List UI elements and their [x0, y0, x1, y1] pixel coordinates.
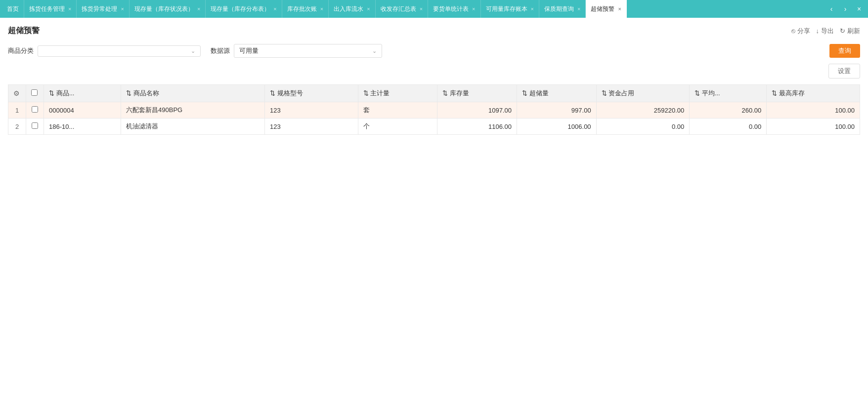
td-avg: 0.00	[690, 118, 767, 135]
th-name: ⇅ 商品名称	[121, 85, 265, 102]
query-button[interactable]: 查询	[829, 44, 860, 58]
th-unit: ⇅ 主计量	[358, 85, 437, 102]
close-icon[interactable]: ×	[197, 6, 200, 12]
td-stock: 1097.00	[437, 102, 517, 118]
nav-tab-home[interactable]: 首页	[2, 0, 24, 18]
close-icon[interactable]: ×	[121, 6, 124, 12]
chevron-down-icon: ⌄	[191, 48, 195, 54]
th-avg: ⇅ 平均...	[690, 85, 767, 102]
td-capital: 0.00	[596, 118, 690, 135]
td-overstock: 1006.00	[517, 118, 596, 135]
nav-arrow-close[interactable]: ×	[852, 0, 866, 18]
nav-tab-inventory-dist[interactable]: 现存量（库存分布表） ×	[206, 0, 282, 18]
datasource-select[interactable]: 可用量 ⌄	[234, 44, 382, 58]
td-code: 186-10...	[44, 118, 121, 135]
refresh-button[interactable]: ↻ 刷新	[840, 27, 860, 36]
nav-tab-quality[interactable]: 保质期查询 ×	[539, 0, 586, 18]
td-spec: 123	[265, 102, 358, 118]
th-overstock: ⇅ 超储量	[517, 85, 596, 102]
td-row-num: 1	[8, 102, 26, 118]
row-checkbox[interactable]	[32, 122, 38, 129]
table-header-row: ⚙ ⇅ 商品... ⇅ 商品名称 ⇅ 规格型号 ⇅	[8, 85, 860, 102]
category-label: 商品分类	[8, 46, 34, 55]
td-spec: 123	[265, 118, 358, 135]
th-max: ⇅ 最高库存	[767, 85, 860, 102]
td-stock: 1106.00	[437, 118, 517, 135]
settings-row: 设置	[8, 64, 860, 79]
nav-tab-summary[interactable]: 收发存汇总表 ×	[376, 0, 428, 18]
share-button[interactable]: ⎋ 分享	[791, 27, 810, 36]
td-unit: 套	[358, 102, 437, 118]
close-icon[interactable]: ×	[531, 6, 534, 12]
settings-gear-icon[interactable]: ⚙	[13, 89, 20, 97]
category-select[interactable]: ⌄	[38, 45, 201, 57]
row-checkbox[interactable]	[32, 106, 38, 113]
page-header: 超储预警 ⎋ 分享 ↓ 导出 ↻ 刷新	[8, 26, 860, 36]
nav-arrow-right[interactable]: ›	[838, 0, 852, 18]
th-capital: ⇅ 资金占用	[596, 85, 690, 102]
close-icon[interactable]: ×	[68, 6, 71, 12]
page-content: 超储预警 ⎋ 分享 ↓ 导出 ↻ 刷新 商品分类 ⌄ 数据源	[0, 18, 868, 395]
close-icon[interactable]: ×	[320, 6, 323, 12]
datasource-filter: 数据源 可用量 ⌄	[211, 44, 382, 58]
table-row: 1 0000004 六配套新昌490BPG 123 套 1097.00 997.…	[8, 102, 860, 118]
td-checkbox	[26, 118, 44, 135]
td-avg: 260.00	[690, 102, 767, 118]
nav-tab-flow[interactable]: 出入库流水 ×	[329, 0, 375, 18]
nav-tab-overstock[interactable]: 超储预警 ×	[586, 0, 626, 18]
close-icon[interactable]: ×	[420, 6, 423, 12]
page-title: 超储预警	[8, 26, 40, 36]
table-body: 1 0000004 六配套新昌490BPG 123 套 1097.00 997.…	[8, 102, 860, 135]
td-max: 100.00	[767, 102, 860, 118]
td-checkbox	[26, 102, 44, 118]
nav-tab-task[interactable]: 拣货任务管理 ×	[24, 0, 77, 18]
td-capital: 259220.00	[596, 102, 690, 118]
close-icon[interactable]: ×	[367, 6, 370, 12]
refresh-icon: ↻	[840, 27, 845, 35]
td-code: 0000004	[44, 102, 121, 118]
nav-tab-requisition[interactable]: 要货单统计表 ×	[428, 0, 480, 18]
td-max: 100.00	[767, 118, 860, 135]
nav-tab-available[interactable]: 可用量库存账本 ×	[481, 0, 539, 18]
nav-tab-batch[interactable]: 库存批次账 ×	[282, 0, 329, 18]
th-spec: ⇅ 规格型号	[265, 85, 358, 102]
filter-actions: 查询	[829, 44, 860, 58]
datasource-value: 可用量	[239, 46, 259, 55]
data-table: ⚙ ⇅ 商品... ⇅ 商品名称 ⇅ 规格型号 ⇅	[8, 84, 860, 135]
nav-tab-abnormal[interactable]: 拣货异常处理 ×	[77, 0, 129, 18]
share-icon: ⎋	[791, 27, 795, 35]
nav-arrow-left[interactable]: ‹	[825, 0, 838, 18]
th-settings: ⚙	[8, 85, 26, 102]
th-checkbox	[26, 85, 44, 102]
top-navigation: 首页 拣货任务管理 × 拣货异常处理 × 现存量（库存状况表） × 现存量（库存…	[0, 0, 868, 18]
close-icon[interactable]: ×	[618, 6, 621, 12]
th-stock: ⇅ 库存量	[437, 85, 517, 102]
td-row-num: 2	[8, 118, 26, 135]
td-overstock: 997.00	[517, 102, 596, 118]
chevron-down-icon: ⌄	[372, 48, 377, 54]
td-unit: 个	[358, 118, 437, 135]
filter-row: 商品分类 ⌄ 数据源 可用量 ⌄ 查询	[8, 44, 860, 58]
category-filter: 商品分类 ⌄	[8, 45, 201, 57]
export-button[interactable]: ↓ 导出	[816, 27, 834, 36]
nav-arrows: ‹ › ×	[825, 0, 866, 18]
td-name: 六配套新昌490BPG	[121, 102, 265, 118]
th-code: ⇅ 商品...	[44, 85, 121, 102]
export-icon: ↓	[816, 27, 820, 35]
td-name: 机油滤清器	[121, 118, 265, 135]
close-icon[interactable]: ×	[577, 6, 580, 12]
header-actions: ⎋ 分享 ↓ 导出 ↻ 刷新	[791, 27, 861, 36]
nav-tab-inventory-status[interactable]: 现存量（库存状况表） ×	[130, 0, 206, 18]
close-icon[interactable]: ×	[472, 6, 475, 12]
table-row: 2 186-10... 机油滤清器 123 个 1106.00 1006.00 …	[8, 118, 860, 135]
close-icon[interactable]: ×	[273, 6, 276, 12]
select-all-checkbox[interactable]	[31, 89, 38, 96]
datasource-label: 数据源	[211, 46, 230, 55]
settings-button[interactable]: 设置	[828, 64, 860, 79]
